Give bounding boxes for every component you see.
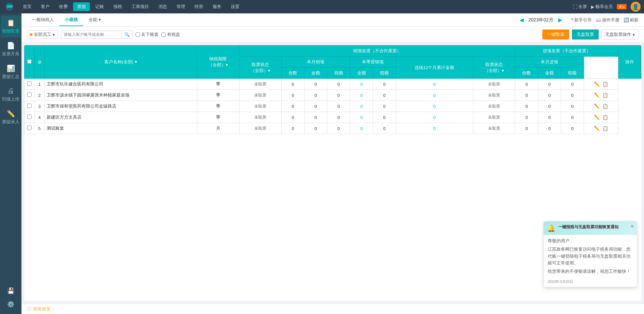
row-sale-12month-4: 0 <box>396 123 473 134</box>
purchase-invoice-group-header: 进项发票（不合作废票） <box>515 46 618 57</box>
all-tab-label: 全能 <box>89 17 97 23</box>
nav-fee[interactable]: 收费 <box>55 2 72 11</box>
row-purchase-month-amount-4: 0 <box>538 123 561 134</box>
row-edit-button-2[interactable]: ✏️ <box>593 104 600 109</box>
nav-business[interactable]: 工商项目 <box>127 2 153 11</box>
tea-badge[interactable]: tEa <box>617 4 627 9</box>
notification-body: 尊敬的用户： 江苏政务网已恢复访问电子税务局功能，您代账一键登陆电子税务局与无盘… <box>544 235 637 278</box>
member-button[interactable]: ▶ 畅享会员 <box>591 4 613 10</box>
sidebar-item-entry[interactable]: ✏️ 票据录入 <box>1 106 21 128</box>
table-row: 2 卫辉市汲水镇下园润睿露营木种植家庭农场 季 未取票 0 0 0 0 0 0 … <box>24 90 641 101</box>
tax-policy-link[interactable]: 税务政策 <box>33 306 51 312</box>
row-edit-button-3[interactable]: ✏️ <box>593 115 600 120</box>
sidebar-label-smart-ticket: 智能取票 <box>2 28 19 34</box>
my-account-filter[interactable]: 名下账套 <box>136 32 159 38</box>
select-all-checkbox[interactable] <box>27 59 32 64</box>
customer-name-header: 客户名称(全部) ▾ <box>45 46 197 79</box>
no-disk-ops-button[interactable]: 无盘取票操作 ▾ <box>601 29 639 40</box>
nav-manage[interactable]: 管理 <box>172 2 189 11</box>
top-right-tools: ⛶ 全屏 ▶ 畅享会员 tEa 👤 <box>573 2 641 12</box>
row-select-0[interactable] <box>27 81 32 86</box>
sale-quarter-header: 本季度销项 <box>350 57 396 68</box>
next-period-button[interactable]: ▶ <box>556 16 564 24</box>
row-detail-button-0[interactable]: 📋 <box>602 81 609 87</box>
nav-service[interactable]: 服务 <box>209 2 225 11</box>
row-sale-month-amount-0: 0 <box>304 79 327 90</box>
sale-month-amount-header: 金额 <box>304 68 327 79</box>
purchase-month-tax-header: 税额 <box>561 68 584 79</box>
row-detail-button-3[interactable]: 📋 <box>602 115 609 120</box>
row-period-2: 季 <box>197 101 239 112</box>
nav-message[interactable]: 消息 <box>154 2 171 11</box>
notification-date: 2023年3月20日 <box>544 278 637 287</box>
user-avatar[interactable]: 👤 <box>631 2 641 12</box>
search-box: 🔍 <box>61 30 133 39</box>
employee-filter-label: 全部员工 <box>34 32 51 38</box>
tax-disk-checkbox[interactable] <box>161 33 166 37</box>
nav-invoice[interactable]: 票据 <box>73 2 90 11</box>
page-footer: ⓘ 税务政策 <box>21 304 644 314</box>
fullscreen-button[interactable]: ⛶ 全屏 <box>573 4 587 10</box>
row-purchase-month-amount-0: 0 <box>538 79 561 90</box>
row-detail-button-1[interactable]: 📋 <box>602 92 609 98</box>
purchase-month-header: 本月进项 <box>515 57 584 68</box>
sidebar-label-summary: 票据汇总 <box>2 74 19 80</box>
row-select-1[interactable] <box>27 92 32 97</box>
refresh-link[interactable]: 🔄 刷新 <box>624 17 639 23</box>
row-name-4: 测试账套 <box>45 123 197 134</box>
top-navigation: 首页 客户 收费 票据 记账 报税 工商项目 消息 管理 经营 服务 设置 ⛶ … <box>0 0 644 13</box>
prev-period-button[interactable]: ◀ <box>518 16 526 24</box>
one-click-ticket-button[interactable]: 一键取票 <box>542 29 569 40</box>
row-detail-button-4[interactable]: 📋 <box>602 126 609 131</box>
nav-tax[interactable]: 报税 <box>109 2 126 11</box>
member-icon: ▶ <box>591 4 594 9</box>
row-detail-button-2[interactable]: 📋 <box>602 104 609 109</box>
tax-disk-filter[interactable]: 有税盘 <box>161 32 180 38</box>
row-sale-quarter-tax-3: 0 <box>373 112 396 123</box>
manual-link[interactable]: 📖 操作手册 <box>596 17 620 23</box>
sidebar-bottom-save[interactable]: 💾 <box>1 285 21 297</box>
tab-general-taxpayer[interactable]: 一般纳税人 <box>27 14 59 26</box>
sidebar-label-scan: 扫描上传 <box>2 96 19 102</box>
row-purchase-month-tax-0: 0 <box>561 79 584 90</box>
tab-small-scale[interactable]: 小规模 <box>59 14 83 26</box>
sidebar-item-summary[interactable]: 📊 票据汇总 <box>1 61 21 83</box>
row-edit-button-1[interactable]: ✏️ <box>593 92 600 98</box>
row-name-0: 卫辉市玖玖健合医药有限公司 <box>45 79 197 90</box>
row-sale-status-4: 未取票 <box>239 123 281 134</box>
sidebar-bottom: 💾 ⚙️ <box>1 285 21 314</box>
notification-apology: 给您带来的不便敬请谅解，祝您工作愉快！ <box>548 268 633 275</box>
guide-link[interactable]: ? 新手引导 <box>571 17 592 23</box>
my-account-checkbox[interactable] <box>136 33 140 37</box>
row-select-2[interactable] <box>27 104 32 108</box>
nav-client[interactable]: 客户 <box>37 2 54 11</box>
row-purchase-month-count-3: 0 <box>515 112 538 123</box>
row-sale-month-amount-3: 0 <box>304 112 327 123</box>
sidebar-bottom-settings[interactable]: ⚙️ <box>1 298 21 311</box>
sidebar-item-scan-upload[interactable]: 🖨 扫描上传 <box>1 84 21 106</box>
row-no-1: 2 <box>35 90 45 101</box>
row-sale-month-tax-0: 0 <box>327 79 350 90</box>
sale-month-tax-header: 税额 <box>327 68 350 79</box>
row-purchase-month-count-2: 0 <box>515 101 538 112</box>
row-edit-button-4[interactable]: ✏️ <box>593 126 600 131</box>
notification-close-button[interactable]: ✕ <box>630 224 634 229</box>
nav-operate[interactable]: 经营 <box>191 2 207 11</box>
sidebar-item-invoice-open[interactable]: 📄 发票开具 <box>1 38 21 60</box>
search-button[interactable]: 🔍 <box>121 31 132 39</box>
nav-home[interactable]: 首页 <box>19 2 36 11</box>
row-period-4: 月 <box>197 123 239 134</box>
tab-all[interactable]: 全能 ▾ <box>83 14 106 26</box>
search-input[interactable] <box>61 31 121 38</box>
row-sale-quarter-amount-4: 0 <box>350 123 373 134</box>
nav-settings[interactable]: 设置 <box>227 2 244 11</box>
sidebar-item-smart-ticket[interactable]: 📋 智能取票 <box>1 15 21 38</box>
employee-filter[interactable]: 全部员工 ▾ <box>27 30 58 39</box>
row-edit-button-0[interactable]: ✏️ <box>593 81 600 87</box>
row-sale-quarter-amount-0: 0 <box>350 79 373 90</box>
row-name-3: 新建区方方文具店 <box>45 112 197 123</box>
no-disk-ticket-button[interactable]: 无盘取票 <box>572 29 599 40</box>
row-select-4[interactable] <box>27 126 32 130</box>
nav-account[interactable]: 记账 <box>91 2 108 11</box>
row-select-3[interactable] <box>27 115 32 119</box>
